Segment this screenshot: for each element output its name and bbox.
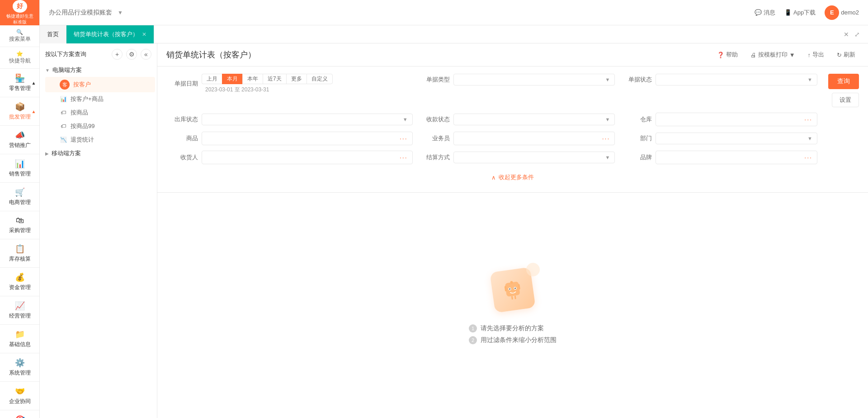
app-download-action[interactable]: 📱 App下载 <box>784 9 816 17</box>
sidebar-item-label: 资金管理 <box>9 284 31 291</box>
hint-num-2: 2 <box>469 336 477 344</box>
warehouse-label: 仓库 <box>620 115 652 124</box>
brand-dots: ··· <box>804 154 812 161</box>
scheme-by-product[interactable]: 🏷 按商品 <box>45 106 155 119</box>
scheme-label: 按客户+商品 <box>71 95 104 103</box>
receiver-label: 收货人 <box>166 153 198 162</box>
collapse-filter-button[interactable]: ∧ 收起更多条件 <box>488 170 538 185</box>
collapse-arrow-icon: ∧ <box>491 174 496 181</box>
maximize-window-button[interactable]: ⤢ <box>854 31 861 38</box>
sidebar-item-label: 快捷导航 <box>9 57 31 65</box>
inventory-icon: 📋 <box>15 244 25 254</box>
date-tab-current-year[interactable]: 本年 <box>242 74 263 84</box>
doc-type-arrow: ▼ <box>605 77 610 82</box>
sidebar-item-label: 企业协同 <box>9 398 31 405</box>
sidebar-item-finance[interactable]: 💰 资金管理 <box>0 268 40 296</box>
sidebar-item-purchase[interactable]: 🛍 采购管理 <box>0 211 40 239</box>
settlement-arrow: ▼ <box>605 155 610 160</box>
sidebar-item-label: 销售管理 <box>9 170 31 178</box>
warehouse-select[interactable]: ··· <box>656 113 817 126</box>
sidebar-item-ecommerce[interactable]: 🛒 电商管理 <box>0 183 40 211</box>
doc-status-select[interactable]: ▼ <box>656 74 817 86</box>
doc-type-select[interactable]: ▼ <box>453 74 615 86</box>
hint-num-1: 1 <box>469 324 477 332</box>
logo-icon: 好 <box>13 0 27 13</box>
outbound-label: 出库状态 <box>166 115 198 124</box>
settings-button[interactable]: 设置 <box>832 93 859 107</box>
sidebar-item-sales[interactable]: 📊 销售管理 <box>0 154 40 183</box>
date-tab-custom[interactable]: 自定义 <box>307 74 333 84</box>
export-icon: ↑ <box>808 52 811 58</box>
hint-text-2: 用过滤条件来缩小分析范围 <box>481 336 557 344</box>
sidebar-item-newbie[interactable]: 🎯 新手引导 <box>0 410 40 418</box>
product-label: 商品 <box>166 134 198 142</box>
sidebar-item-label: 营销推广 <box>9 142 31 149</box>
sidebar-item-basics[interactable]: 📁 基础信息 <box>0 325 40 353</box>
help-button[interactable]: ❓ 帮助 <box>713 49 741 61</box>
refresh-label: 刷新 <box>844 51 855 59</box>
left-panel-title: 按以下方案查询 <box>45 50 86 58</box>
customer-product-icon: 📊 <box>60 95 67 103</box>
sidebar-item-enterprise[interactable]: 🤝 企业协同 <box>0 382 40 410</box>
retail-icon: 🏪 <box>15 73 25 83</box>
tabbar: 首页 销货单统计表（按客户） ✕ ✕ ⤢ <box>40 25 868 43</box>
date-tab-last-7-days[interactable]: 近7天 <box>263 74 286 84</box>
finance-icon: 💰 <box>15 272 25 282</box>
empty-bot-svg <box>500 277 525 303</box>
sidebar-item-label: 基础信息 <box>9 341 31 348</box>
date-tab-current-month[interactable]: 本月 <box>222 74 242 84</box>
collapse-panel-button[interactable]: « <box>141 49 151 60</box>
tab-close-button[interactable]: ✕ <box>142 31 146 38</box>
receiver-select[interactable]: ··· <box>202 151 413 164</box>
department-select[interactable]: ▼ <box>656 133 817 144</box>
desktop-scheme-section: ▼ 电脑端方案 客 按客户 📊 按客户+商品 🏷 按商品 <box>40 63 157 147</box>
sidebar-item-label: 库存核算 <box>9 255 31 263</box>
scheme-by-customer-product[interactable]: 📊 按客户+商品 <box>45 92 155 106</box>
scheme-by-customer[interactable]: 客 按客户 <box>45 77 155 92</box>
sidebar-item-search[interactable]: 🔍 搜索菜单 <box>0 25 40 47</box>
query-button[interactable]: 查询 <box>828 74 859 89</box>
add-scheme-button[interactable]: + <box>112 49 123 60</box>
brand-select[interactable]: ··· <box>656 151 817 164</box>
department-arrow: ▼ <box>807 136 812 141</box>
tab-sales-report-label: 销货单统计表（按客户） <box>74 30 138 38</box>
product-select[interactable]: ··· <box>202 132 413 145</box>
page-title: 销货单统计表（按客户） <box>166 49 256 60</box>
svg-rect-8 <box>514 295 516 299</box>
title-dropdown-arrow[interactable]: ▼ <box>118 10 123 16</box>
sidebar-item-inventory[interactable]: 📋 库存核算 <box>0 239 40 268</box>
desktop-section-header[interactable]: ▼ 电脑端方案 <box>42 63 155 77</box>
product-dots: ··· <box>400 135 408 142</box>
left-panel-actions: + ⚙ « <box>112 49 151 60</box>
receiver-dots: ··· <box>400 154 408 161</box>
scheme-by-product-99[interactable]: 🏷 按商品99 <box>45 119 155 133</box>
sidebar-logo[interactable]: 好 畅捷通好生意 标准版 <box>0 0 40 25</box>
scheme-settings-button[interactable]: ⚙ <box>126 49 137 60</box>
sidebar-item-label: 搜索菜单 <box>9 35 31 43</box>
settlement-select[interactable]: ▼ <box>453 152 615 163</box>
tab-sales-report[interactable]: 销货单统计表（按客户） ✕ <box>66 25 154 43</box>
sidebar-item-quick-nav[interactable]: ⭐ 快捷导航 <box>0 47 40 69</box>
scheme-return-stats[interactable]: 📉 退货统计 <box>45 133 155 147</box>
sidebar-item-retail[interactable]: 🏪 零售管理 ▲ <box>0 69 40 97</box>
sidebar-item-operations[interactable]: 📈 经营管理 <box>0 296 40 325</box>
mobile-section-header[interactable]: ▶ 移动端方案 <box>42 147 155 160</box>
date-tab-more[interactable]: 更多 <box>286 74 307 84</box>
message-action[interactable]: 💬 消息 <box>755 9 775 17</box>
sidebar-item-system[interactable]: ⚙️ 系统管理 <box>0 353 40 382</box>
app-download-label: App下载 <box>793 9 816 17</box>
outbound-select[interactable]: ▼ <box>202 114 413 125</box>
refresh-button[interactable]: ↻ 刷新 <box>833 49 859 61</box>
receipt-select[interactable]: ▼ <box>453 114 615 125</box>
user-profile[interactable]: E demo2 <box>825 5 859 20</box>
template-print-button[interactable]: 🖨 按模板打印 ▼ <box>747 49 799 61</box>
sidebar-item-wholesale[interactable]: 📦 批发管理 ▲ <box>0 97 40 126</box>
export-button[interactable]: ↑ 导出 <box>804 49 828 61</box>
close-window-button[interactable]: ✕ <box>843 31 850 38</box>
sidebar-item-marketing[interactable]: 📣 营销推广 <box>0 126 40 154</box>
tab-home[interactable]: 首页 <box>40 25 66 43</box>
salesperson-select[interactable]: ··· <box>453 132 615 145</box>
return-icon: 📉 <box>60 136 67 143</box>
expand-icon: ▲ <box>32 81 36 86</box>
date-tab-last-month[interactable]: 上月 <box>202 74 222 84</box>
